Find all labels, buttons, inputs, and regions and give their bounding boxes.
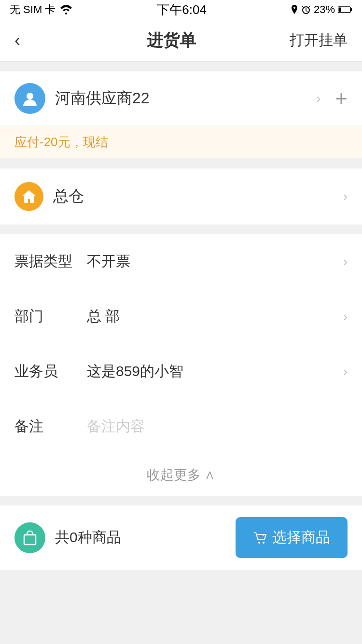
status-time: 下午6:04 (157, 1, 207, 18)
svg-point-4 (27, 93, 33, 99)
sales-row[interactable]: 业务员 这是859的小智 › (0, 344, 362, 399)
supplier-avatar (14, 83, 45, 114)
product-count: 共0种商品 (55, 528, 236, 547)
svg-rect-2 (350, 8, 352, 11)
battery-icon (338, 6, 352, 14)
status-right: 23% (291, 3, 352, 16)
svg-point-6 (258, 542, 260, 544)
bottom-section: 共0种商品 选择商品 (0, 505, 362, 570)
alarm-icon (301, 5, 311, 14)
select-product-label: 选择商品 (272, 528, 330, 547)
supplier-name: 河南供应商22 (55, 88, 316, 109)
nav-bar: ‹ 进货单 打开挂单 (0, 19, 362, 62)
select-product-button[interactable]: 选择商品 (236, 517, 348, 558)
sales-label: 业务员 (14, 362, 72, 381)
dept-label: 部门 (14, 307, 72, 326)
warehouse-label: 总仓 (53, 186, 343, 207)
sales-chevron-icon: › (343, 364, 348, 379)
remark-input[interactable]: 备注内容 (72, 417, 348, 436)
dept-value: 总 部 (72, 307, 343, 326)
warehouse-row[interactable]: 总仓 › (0, 168, 362, 224)
bag-icon (21, 529, 39, 546)
back-button[interactable]: ‹ (14, 30, 53, 51)
warehouse-chevron-icon: › (343, 189, 348, 204)
page-title: 进货单 (147, 29, 196, 52)
sales-value: 这是859的小智 (72, 362, 343, 381)
add-supplier-button[interactable]: + (335, 88, 348, 109)
supplier-row[interactable]: 河南供应商22 › + (0, 71, 362, 126)
person-icon (21, 90, 39, 107)
invoice-chevron-icon: › (343, 254, 348, 269)
remark-label: 备注 (14, 417, 72, 436)
house-icon (21, 188, 37, 205)
warehouse-icon-circle (14, 182, 43, 211)
collapse-label: 收起更多 ∧ (147, 466, 216, 484)
form-section: 票据类型 不开票 › 部门 总 部 › 业务员 这是859的小智 › 备注 备注… (0, 234, 362, 496)
section-gap-2 (0, 159, 362, 168)
wifi-icon (59, 5, 73, 14)
remark-row[interactable]: 备注 备注内容 (0, 399, 362, 454)
dept-chevron-icon: › (343, 309, 348, 324)
status-bar: 无 SIM 卡 下午6:04 23% (0, 0, 362, 19)
invoice-value: 不开票 (72, 252, 343, 271)
sim-label: 无 SIM 卡 (10, 2, 56, 17)
invoice-label: 票据类型 (14, 252, 72, 271)
cart-icon (253, 532, 267, 544)
section-gap-1 (0, 62, 362, 71)
invoice-row[interactable]: 票据类型 不开票 › (0, 234, 362, 289)
status-left: 无 SIM 卡 (10, 2, 73, 17)
location-icon (291, 5, 298, 14)
open-pending-button[interactable]: 打开挂单 (290, 30, 348, 50)
svg-rect-5 (24, 535, 36, 545)
collapse-bar[interactable]: 收起更多 ∧ (0, 454, 362, 496)
supplier-notice: 应付-20元，现结 (0, 126, 362, 159)
dept-row[interactable]: 部门 总 部 › (0, 289, 362, 344)
product-icon-circle (14, 522, 45, 553)
svg-point-7 (263, 542, 265, 544)
svg-rect-3 (339, 8, 341, 12)
battery-text: 23% (314, 3, 335, 16)
supplier-section: 河南供应商22 › + 应付-20元，现结 (0, 71, 362, 159)
supplier-chevron-icon: › (316, 91, 320, 106)
